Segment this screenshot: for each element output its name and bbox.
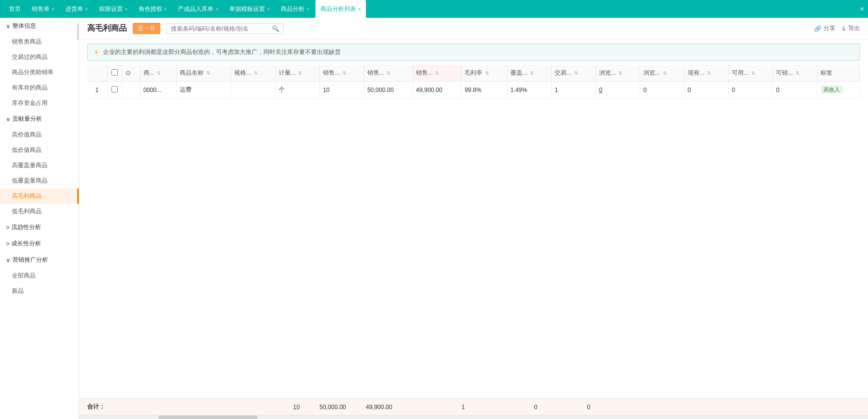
sidebar-item-low-margin[interactable]: 低毛利商品: [0, 204, 79, 219]
footer-sales-profit: 49,900.00: [366, 404, 392, 411]
row-gross-margin: 99.8%: [461, 82, 507, 98]
nav-tab-product-analysis-list[interactable]: 商品分析列表 ×: [315, 0, 366, 18]
sidebar-item-all-goods[interactable]: 全部商品: [0, 268, 79, 283]
sidebar-item-high-coverage[interactable]: 高覆盖量商品: [0, 158, 79, 173]
sidebar-item-traded-goods[interactable]: 交易过的商品: [0, 49, 79, 65]
sidebar-item-low-value[interactable]: 低价值商品: [0, 142, 79, 158]
col-header-tag[interactable]: 标签: [817, 65, 860, 82]
col-header-name[interactable]: 商品名称 ⇅: [177, 65, 231, 82]
sidebar-group-marketing[interactable]: ∨ 营销推广分析: [0, 252, 79, 268]
chevron-down-icon: ∨: [6, 23, 10, 30]
sidebar-item-high-value[interactable]: 高价值商品: [0, 127, 79, 142]
search-input[interactable]: [171, 25, 270, 32]
sidebar-item-sales-goods[interactable]: 销售类商品: [0, 34, 79, 49]
table-row: 1 0000... 运费 个 10 50,000.00 49,900.00 99…: [87, 82, 860, 98]
row-spec: [231, 82, 275, 98]
col-header-code[interactable]: 商... ⇅: [140, 65, 177, 82]
share-icon: 🔗: [814, 25, 821, 32]
sidebar-group-growth[interactable]: > 成长性分析: [0, 235, 79, 252]
sort-icon: ⇅: [796, 71, 800, 76]
gear-icon[interactable]: ⚙: [125, 69, 131, 77]
close-icon[interactable]: ×: [164, 6, 167, 12]
sort-icon: ⇅: [707, 71, 711, 76]
col-header-gear[interactable]: ⚙: [122, 65, 140, 82]
close-icon[interactable]: ×: [85, 6, 88, 12]
data-table-container[interactable]: ⚙ 商... ⇅ 商品名称 ⇅ 规格... ⇅: [79, 65, 868, 398]
sidebar-item-category-rate[interactable]: 商品分类助销率: [0, 65, 79, 80]
sort-icon: ⇅: [387, 71, 391, 76]
scroll-thumb[interactable]: [158, 416, 257, 419]
nav-tab-product-analysis[interactable]: 商品分析 ×: [276, 0, 314, 18]
tag-badge: 高收入: [820, 86, 843, 93]
col-header-transaction[interactable]: 交易... ⇅: [552, 65, 596, 82]
col-header-gross-margin[interactable]: 毛利率 ⇅: [461, 65, 507, 82]
close-all-tabs-button[interactable]: ×: [860, 5, 864, 13]
nav-tab-product-stock[interactable]: 产成品入库单 ×: [173, 0, 223, 18]
notice-bar: ☀ 企业的主要的利润都是这部分商品创造的，可考虑加大推广，同时关注库存量不要出现…: [87, 44, 860, 61]
top-navigation: 首页 销售单 × 进货单 × 权限设置 × 角色授权 × 产成品入库单 × 单据…: [0, 0, 868, 18]
chevron-down-icon: ∨: [6, 257, 10, 264]
chevron-right-icon: >: [6, 240, 9, 247]
sidebar-item-new-goods[interactable]: 新品: [0, 283, 79, 299]
close-icon[interactable]: ×: [125, 6, 128, 12]
sidebar-item-stock-capital[interactable]: 库存资金占用: [0, 95, 79, 111]
sidebar-item-in-stock[interactable]: 有库存的商品: [0, 80, 79, 95]
sort-icon: ⇅: [435, 71, 439, 76]
footer-available-stock: 0: [587, 404, 591, 411]
row-index: 1: [87, 82, 107, 98]
sort-icon: ⇅: [254, 71, 258, 76]
export-button[interactable]: ⇓ 导出: [841, 24, 860, 33]
col-header-sales-amount[interactable]: 销售... ⇅: [364, 65, 412, 82]
nav-tab-permission[interactable]: 权限设置 ×: [94, 0, 133, 18]
sort-icon: ⇅: [343, 71, 347, 76]
sidebar-group-trend[interactable]: > 流趋性分析: [0, 219, 79, 235]
col-header-sales-profit[interactable]: 销售... ⇅: [413, 65, 461, 82]
sort-icon: ⇅: [485, 71, 489, 76]
content-header: 高毛利商品 近一月 🔍 🔗 分享 ⇓ 导出: [79, 18, 868, 40]
col-header-sales-qty[interactable]: 销售... ⇅: [320, 65, 364, 82]
close-icon[interactable]: ×: [358, 6, 361, 12]
row-sales-profit: 49,900.00: [413, 82, 461, 98]
select-all-checkbox[interactable]: [111, 69, 118, 76]
row-code: 0000...: [140, 82, 177, 98]
nav-tab-role[interactable]: 角色授权 ×: [134, 0, 172, 18]
row-tag: 高收入: [817, 82, 860, 98]
main-layout: 《 ∨ 整体信息 销售类商品 交易过的商品 商品分类助销率 有库存的商品 库存资…: [0, 18, 868, 419]
col-header-coverage[interactable]: 覆盖... ⇅: [507, 65, 551, 82]
col-header-view2[interactable]: 浏览... ⇅: [640, 65, 684, 82]
nav-tab-home[interactable]: 首页: [4, 0, 26, 18]
close-icon[interactable]: ×: [267, 6, 270, 12]
sidebar-group-contribution[interactable]: ∨ 贡献量分析: [0, 111, 79, 127]
search-icon[interactable]: 🔍: [272, 25, 279, 32]
row-view1[interactable]: 0: [596, 82, 640, 98]
footer-totals-bar: 合计： 10 50,000.00 49,900.00 1 0 0: [79, 398, 868, 415]
close-icon[interactable]: ×: [306, 6, 309, 12]
row-sales-qty: 10: [320, 82, 364, 98]
col-header-view1[interactable]: 浏览... ⇅: [596, 65, 640, 82]
row-sellable: 0: [773, 82, 817, 98]
col-header-current-stock[interactable]: 现有... ⇅: [684, 65, 728, 82]
sort-icon: ⇅: [574, 71, 578, 76]
sidebar-item-low-coverage[interactable]: 低覆盖量商品: [0, 173, 79, 188]
share-button[interactable]: 🔗 分享: [814, 24, 835, 33]
col-header-sellable[interactable]: 可销... ⇅: [773, 65, 817, 82]
col-header-unit[interactable]: 计量... ⇅: [275, 65, 319, 82]
row-checkbox[interactable]: [111, 86, 118, 93]
close-icon[interactable]: ×: [215, 6, 218, 12]
row-checkbox-cell[interactable]: [107, 82, 122, 98]
nav-tab-sales[interactable]: 销售单 ×: [27, 0, 59, 18]
close-icon[interactable]: ×: [51, 6, 54, 12]
sidebar-item-high-margin[interactable]: 高毛利商品: [0, 188, 79, 204]
filter-recent-month-button[interactable]: 近一月: [133, 23, 160, 34]
nav-tab-purchase[interactable]: 进货单 ×: [60, 0, 93, 18]
export-icon: ⇓: [841, 25, 846, 32]
col-header-available-stock[interactable]: 可用... ⇅: [729, 65, 773, 82]
header-actions: 🔗 分享 ⇓ 导出: [814, 24, 860, 33]
horizontal-scrollbar[interactable]: [79, 415, 868, 419]
col-header-spec[interactable]: 规格... ⇅: [231, 65, 275, 82]
row-sales-amount: 50,000.00: [364, 82, 412, 98]
row-available-stock: 0: [729, 82, 773, 98]
sidebar-group-overall[interactable]: ∨ 整体信息: [0, 18, 79, 34]
nav-tab-template[interactable]: 单据模板设置 ×: [224, 0, 275, 18]
col-header-check[interactable]: [107, 65, 122, 82]
